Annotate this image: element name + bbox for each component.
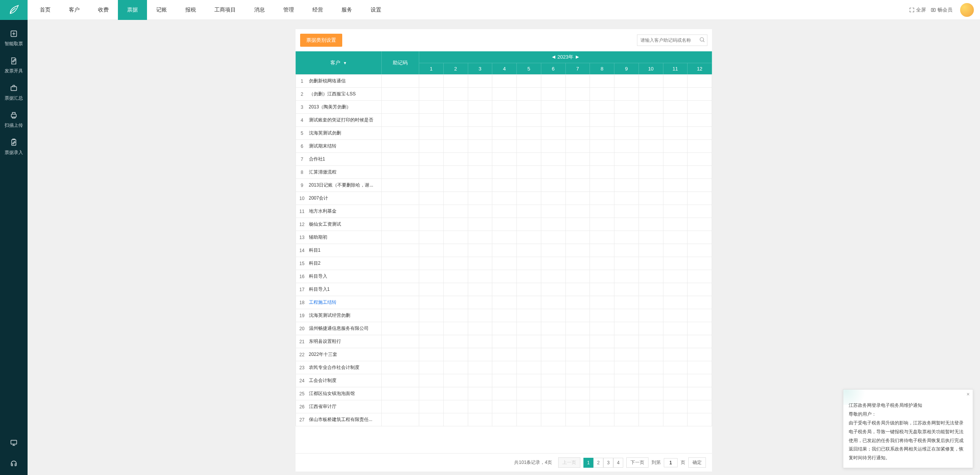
row-month-cell[interactable] [492,114,517,127]
type-setting-button[interactable]: 票据类别设置 [300,34,342,47]
row-month-cell[interactable] [541,101,565,114]
row-month-cell[interactable] [419,114,444,127]
row-month-cell[interactable] [614,114,639,127]
row-month-cell[interactable] [639,205,663,218]
row-month-cell[interactable] [663,244,688,257]
row-month-cell[interactable] [492,140,517,153]
row-month-cell[interactable] [541,283,565,296]
row-month-cell[interactable] [419,140,444,153]
row-month-cell[interactable] [443,101,468,114]
row-month-cell[interactable] [492,309,517,322]
row-month-cell[interactable] [688,140,712,153]
row-month-cell[interactable] [688,257,712,270]
row-month-cell[interactable] [468,387,492,400]
row-month-cell[interactable] [468,205,492,218]
row-month-cell[interactable] [419,309,444,322]
row-month-cell[interactable] [443,166,468,179]
row-month-cell[interactable] [492,88,517,101]
row-month-cell[interactable] [590,400,614,413]
row-month-cell[interactable] [517,361,541,374]
row-month-cell[interactable] [541,205,565,218]
row-month-cell[interactable] [614,231,639,244]
row-month-cell[interactable] [419,270,444,283]
table-row[interactable]: 16科目导入 [296,270,712,283]
row-month-cell[interactable] [565,413,590,426]
row-month-cell[interactable] [614,374,639,387]
row-month-cell[interactable] [565,283,590,296]
row-month-cell[interactable] [663,88,688,101]
row-month-cell[interactable] [468,374,492,387]
row-month-cell[interactable] [565,296,590,309]
row-month-cell[interactable] [565,114,590,127]
row-month-cell[interactable] [443,140,468,153]
row-month-cell[interactable] [590,101,614,114]
row-month-cell[interactable] [663,257,688,270]
table-row[interactable]: 4测试账套的凭证打印的时候是否 [296,114,712,127]
row-month-cell[interactable] [639,244,663,257]
row-customer[interactable]: 辅助期初 [308,231,382,244]
row-month-cell[interactable] [663,75,688,88]
row-month-cell[interactable] [492,257,517,270]
row-month-cell[interactable] [419,296,444,309]
row-month-cell[interactable] [590,387,614,400]
row-month-cell[interactable] [639,166,663,179]
row-month-cell[interactable] [492,296,517,309]
row-month-cell[interactable] [639,140,663,153]
row-month-cell[interactable] [419,231,444,244]
row-month-cell[interactable] [639,192,663,205]
row-month-cell[interactable] [663,205,688,218]
row-month-cell[interactable] [443,231,468,244]
table-row[interactable]: 24工会会计制度 [296,374,712,387]
row-month-cell[interactable] [517,140,541,153]
row-month-cell[interactable] [468,322,492,335]
row-month-cell[interactable] [468,218,492,231]
row-month-cell[interactable] [541,374,565,387]
row-month-cell[interactable] [614,335,639,348]
row-month-cell[interactable] [517,75,541,88]
row-month-cell[interactable] [468,413,492,426]
table-row[interactable]: 19沈海英测试经营勿删 [296,309,712,322]
year-prev-button[interactable]: ◀ [552,54,555,59]
row-month-cell[interactable] [614,179,639,192]
row-month-cell[interactable] [639,296,663,309]
row-month-cell[interactable] [663,309,688,322]
row-month-cell[interactable] [443,270,468,283]
th-month[interactable]: 6 [541,63,565,74]
top-menu-item[interactable]: 服务 [332,0,361,20]
row-month-cell[interactable] [639,218,663,231]
table-row[interactable]: 17科目导入1 [296,283,712,296]
row-month-cell[interactable] [565,374,590,387]
avatar[interactable] [960,3,974,17]
row-month-cell[interactable] [419,166,444,179]
row-month-cell[interactable] [565,257,590,270]
row-month-cell[interactable] [565,75,590,88]
row-month-cell[interactable] [663,140,688,153]
row-month-cell[interactable] [688,296,712,309]
row-month-cell[interactable] [639,114,663,127]
row-month-cell[interactable] [590,127,614,140]
search-input[interactable] [637,34,707,46]
th-month[interactable]: 5 [517,63,541,74]
row-month-cell[interactable] [419,205,444,218]
row-month-cell[interactable] [614,296,639,309]
table-row[interactable]: 1勿删新锐网络通信 [296,75,712,88]
row-month-cell[interactable] [492,75,517,88]
row-month-cell[interactable] [517,88,541,101]
row-month-cell[interactable] [663,179,688,192]
row-month-cell[interactable] [639,335,663,348]
row-month-cell[interactable] [688,88,712,101]
row-month-cell[interactable] [541,361,565,374]
table-row[interactable]: 6测试期末结转 [296,140,712,153]
row-month-cell[interactable] [517,413,541,426]
row-month-cell[interactable] [565,309,590,322]
row-month-cell[interactable] [688,127,712,140]
row-customer[interactable]: 东明县设置鞋行 [308,335,382,348]
row-month-cell[interactable] [443,296,468,309]
top-menu-item[interactable]: 首页 [31,0,60,20]
row-month-cell[interactable] [443,322,468,335]
row-customer[interactable]: 测试期末结转 [308,140,382,153]
row-customer[interactable]: 工会会计制度 [308,374,382,387]
row-customer[interactable]: 2013日记账（不要删除哈，谢... [308,179,382,192]
row-month-cell[interactable] [614,192,639,205]
row-month-cell[interactable] [492,205,517,218]
